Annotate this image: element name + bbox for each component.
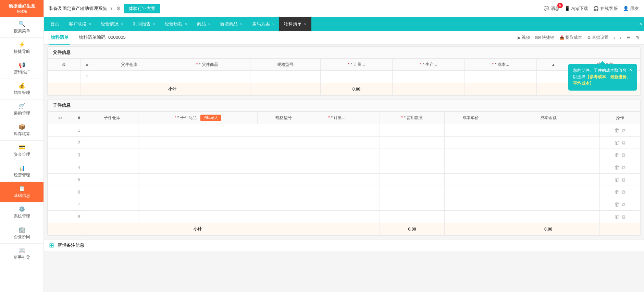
copy-icon[interactable]: ⧉ [622,140,626,146]
sidebar-item-marketing[interactable]: 📢 营销推广 [0,58,44,79]
child-row-product[interactable] [138,186,310,198]
app-download-button[interactable]: 📱 App下载 [565,5,588,12]
user-button[interactable]: 👤 用友 [623,5,639,12]
child-row-unit[interactable] [364,198,380,211]
sidebar-item-guide[interactable]: 📖 新手引导 [0,244,44,264]
tooltip-close-button[interactable]: × [629,67,632,72]
child-row-unit[interactable] [364,124,380,137]
close-tab-profit[interactable]: × [153,22,155,26]
scan-input-button[interactable]: 扫码录入 [200,115,221,121]
sidebar-item-search[interactable]: 🔍 搜索菜单 [0,17,44,38]
nav-tab-customer[interactable]: 客户联络 × [64,17,96,31]
delete-icon[interactable]: 🗑 [615,127,620,133]
close-tab-new-product[interactable]: × [240,22,242,26]
child-row-quantity[interactable] [380,174,445,186]
shortcut-button[interactable]: ⌨ 快捷键 [535,35,554,40]
copy-icon[interactable]: ⧉ [622,214,626,220]
online-service-button[interactable]: 🎧 在线客服 [593,5,618,12]
child-row-warehouse[interactable] [86,124,138,137]
add-note-label[interactable]: 新增备注信息 [58,242,84,248]
child-row-spec[interactable] [310,161,364,174]
delete-icon[interactable]: 🗑 [615,189,620,195]
child-row-warehouse[interactable] [86,161,138,174]
parent-col-settings[interactable]: ⚙ [48,59,80,71]
copy-icon[interactable]: ⧉ [622,164,626,171]
sidebar-item-system[interactable]: ⚙️ 系统管理 [0,202,44,223]
close-tab-history[interactable]: × [185,22,187,26]
sidebar-item-quick-nav[interactable]: ⚡ 快捷导航 [0,38,44,58]
child-row-unit[interactable] [364,186,380,198]
sidebar-item-base-info[interactable]: 📋 基础信息 [0,182,44,202]
nav-tab-product[interactable]: 商品 × [192,17,215,31]
copy-icon[interactable]: ⧉ [622,152,626,158]
child-row-warehouse[interactable] [86,149,138,161]
delete-icon[interactable]: 🗑 [615,201,620,207]
dropdown-icon[interactable]: ▾ [110,6,113,11]
trial-button[interactable]: 体验行业方案 [124,4,160,13]
nav-tab-operation[interactable]: 经营情况 × [96,17,128,31]
child-row-spec[interactable] [310,124,364,137]
child-row-unit[interactable] [364,137,380,149]
child-row-product[interactable] [138,198,310,211]
nav-tab-bom[interactable]: 物料清单 × [279,17,311,31]
sub-tab-bom-detail[interactable]: 物料清单编码 0000005 [77,31,127,45]
child-row-warehouse[interactable] [86,211,138,223]
child-row-product[interactable] [138,174,310,186]
copy-icon[interactable]: ⧉ [622,177,626,183]
child-row-quantity[interactable] [380,198,445,211]
nav-tab-home[interactable]: 首页 [46,17,64,31]
parent-row-spec[interactable] [250,71,320,83]
settings-button[interactable]: ⚙ [116,5,121,12]
sidebar-item-inventory[interactable]: 📦 库存核算 [0,120,44,141]
copy-icon[interactable]: ⧉ [622,201,626,208]
delete-icon[interactable]: 🗑 [615,152,620,158]
child-row-quantity[interactable] [380,186,445,198]
delete-icon[interactable]: 🗑 [615,140,620,145]
child-row-product[interactable] [138,124,310,137]
close-tab-product[interactable]: × [208,22,210,26]
child-row-product[interactable] [138,211,310,223]
message-button[interactable]: 💬 6 消息 [544,5,559,12]
close-tab-operation[interactable]: × [121,22,123,26]
close-tab-customer[interactable]: × [89,22,91,26]
child-row-spec[interactable] [310,174,364,186]
parent-row-warehouse[interactable] [94,71,164,83]
parent-row-product[interactable] [164,71,250,83]
child-row-warehouse[interactable] [86,186,138,198]
child-row-unit[interactable] [364,211,380,223]
child-row-quantity[interactable] [380,161,445,174]
delete-icon[interactable]: 🗑 [615,177,620,183]
nav-tab-new-product[interactable]: 新增商品 × [215,17,247,31]
delete-icon[interactable]: 🗑 [615,164,620,170]
close-tab-bom[interactable]: × [304,22,306,26]
child-row-quantity[interactable] [380,137,445,149]
child-row-product[interactable] [138,161,310,174]
child-row-warehouse[interactable] [86,174,138,186]
child-row-spec[interactable] [310,186,364,198]
prev-button[interactable]: ‹ [614,35,615,40]
child-row-spec[interactable] [310,137,364,149]
sidebar-item-ops[interactable]: 📊 经营管理 [0,161,44,182]
child-row-quantity[interactable] [380,149,445,161]
parent-row-production[interactable] [393,71,465,83]
parent-row-unit[interactable] [320,71,392,83]
list-view-button[interactable]: ☰ [627,35,630,40]
close-all-button[interactable]: × [639,21,642,27]
close-tab-barcode[interactable]: × [272,22,274,26]
child-row-unit[interactable] [364,174,380,186]
nav-tab-profit[interactable]: 利润报告 × [128,17,160,31]
nav-tab-history[interactable]: 经营历程 × [160,17,192,31]
extract-cost-button[interactable]: 📥 提取成本 [559,35,582,40]
child-row-product[interactable] [138,149,310,161]
add-note-icon[interactable]: ⊞ [49,242,54,249]
child-row-product[interactable] [138,137,310,149]
parent-row-cost[interactable] [465,71,536,83]
child-row-quantity[interactable] [380,211,445,223]
sidebar-item-sales[interactable]: 💰 销售管理 [0,79,44,100]
next-button[interactable]: › [620,35,621,40]
child-row-spec[interactable] [310,149,364,161]
video-button[interactable]: ▶ 视频 [518,35,530,40]
sidebar-item-finance[interactable]: 💳 资金管理 [0,141,44,161]
copy-icon[interactable]: ⧉ [622,189,626,195]
single-setting-button[interactable]: ⚙ 单据设置 [587,35,608,40]
